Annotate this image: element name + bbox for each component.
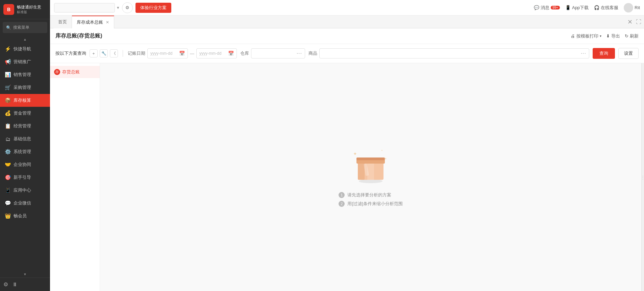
messages-button[interactable]: 💬 消息 99+ bbox=[534, 5, 560, 11]
warehouse-selector[interactable]: ··· bbox=[251, 48, 305, 58]
sidebar-item-system[interactable]: ⚙️ 系统管理 bbox=[0, 145, 50, 158]
expand-icon[interactable]: ⛶ bbox=[636, 19, 641, 25]
gear-icon: ⚙ bbox=[125, 5, 129, 10]
svg-text:✦: ✦ bbox=[381, 149, 383, 152]
query-button[interactable]: 查询 bbox=[593, 48, 615, 59]
top-search-input[interactable] bbox=[54, 3, 115, 13]
audio-icon[interactable]: ⏸ bbox=[12, 282, 18, 288]
inventory-icon: 📦 bbox=[5, 97, 11, 103]
tab-inventory-cost[interactable]: 库存成本总账 ✕ bbox=[72, 16, 114, 28]
industry-solution-button[interactable]: 体验行业方案 bbox=[135, 3, 171, 13]
hint-num-1: 1 bbox=[339, 192, 345, 198]
sidebar-item-finance[interactable]: 💰 资金管理 bbox=[0, 107, 50, 120]
basic-icon: 🗂 bbox=[5, 136, 11, 142]
search-icon: 🔍 bbox=[6, 25, 11, 30]
right-resize-handle[interactable]: ⋮ bbox=[641, 63, 644, 291]
scroll-down-arrow[interactable]: ▼ bbox=[0, 271, 50, 277]
app-download-button[interactable]: 📱 App下载 bbox=[565, 5, 589, 11]
user-profile[interactable]: Rit bbox=[624, 3, 640, 13]
refresh-button[interactable]: ↻ 刷新 bbox=[625, 33, 639, 39]
product-more-icon: ··· bbox=[581, 50, 586, 56]
svg-text:✦: ✦ bbox=[353, 151, 357, 156]
date-filter-group: 记账日期 yyyy-mm-dd 📅 — yyyy-mm-dd 📅 bbox=[128, 48, 237, 58]
collab-icon: 🤝 bbox=[5, 162, 11, 168]
date-start-input[interactable]: yyyy-mm-dd 📅 bbox=[147, 48, 188, 58]
scheme-item-inventory-ledger[interactable]: 存 存货总账 bbox=[50, 66, 100, 78]
product-selector[interactable]: ··· bbox=[319, 48, 589, 58]
product-label: 商品 bbox=[308, 50, 317, 56]
tab-close-icon[interactable]: ✕ bbox=[106, 20, 109, 25]
warehouse-more-icon: ··· bbox=[297, 50, 302, 56]
calendar-end-icon[interactable]: 📅 bbox=[228, 51, 234, 56]
dropdown-arrow-icon[interactable]: ▾ bbox=[117, 5, 119, 10]
main-area: ▾ ⚙ 体验行业方案 💬 消息 99+ 📱 App下载 🎧 在线客服 bbox=[50, 0, 644, 291]
sidebar: B 畅捷通好生意 标准版 🔍 搜索菜单 ▲ ⚡ 快捷导航 📢 营销推广 📊 销售… bbox=[0, 0, 50, 291]
content-body: 存 存货总账 bbox=[50, 63, 644, 291]
printer-icon: 🖨 bbox=[571, 33, 575, 39]
settings-button[interactable]: 设置 bbox=[618, 48, 639, 59]
quick-nav-icon: ⚡ bbox=[5, 46, 11, 52]
empty-state: ✦ ✦ ✦ 1 请先选择要分析的方案 2 用[过滤]条件来缩小分析范围 bbox=[339, 145, 402, 210]
settings-bottom-icon[interactable]: ⚙ bbox=[3, 281, 8, 288]
empty-hints: 1 请先选择要分析的方案 2 用[过滤]条件来缩小分析范围 bbox=[339, 192, 402, 207]
product-filter-group: 商品 ··· bbox=[308, 48, 589, 58]
top-bar-left: ▾ ⚙ 体验行业方案 bbox=[54, 2, 530, 13]
data-area: ✦ ✦ ✦ 1 请先选择要分析的方案 2 用[过滤]条件来缩小分析范围 bbox=[100, 63, 641, 291]
sidebar-item-guide[interactable]: 🎯 新手引导 bbox=[0, 171, 50, 184]
vip-icon: 👑 bbox=[5, 213, 11, 219]
purchase-icon: 🛒 bbox=[5, 84, 11, 91]
warehouse-label: 仓库 bbox=[240, 50, 249, 56]
add-scheme-button[interactable]: ＋ bbox=[90, 49, 98, 57]
top-search-area: ▾ bbox=[54, 3, 119, 13]
system-icon: ⚙️ bbox=[5, 149, 11, 155]
sidebar-item-vip[interactable]: 👑 畅会员 bbox=[0, 210, 50, 222]
sidebar-bottom: ⚙ ⏸ bbox=[0, 277, 50, 291]
sidebar-item-collab[interactable]: 🤝 企业协同 bbox=[0, 158, 50, 171]
export-icon: ⬇ bbox=[606, 33, 610, 39]
top-bar: ▾ ⚙ 体验行业方案 💬 消息 99+ 📱 App下载 🎧 在线客服 bbox=[50, 0, 644, 16]
sidebar-item-app-center[interactable]: 📱 应用中心 bbox=[0, 184, 50, 197]
content-header: 库存总账(存货总账) 🖨 按模板打印 ▾ ⬇ 导出 ↻ 刷新 bbox=[50, 28, 644, 44]
sidebar-item-sales[interactable]: 📊 销售管理 bbox=[0, 68, 50, 81]
filter-scheme-actions: ＋ 🔧 《 bbox=[90, 49, 118, 57]
print-button[interactable]: 🖨 按模板打印 ▾ bbox=[571, 33, 601, 39]
filter-divider bbox=[123, 50, 123, 57]
scheme-item-icon: 存 bbox=[54, 69, 60, 75]
sidebar-search[interactable]: 🔍 搜索菜单 bbox=[3, 22, 47, 33]
app-name: 畅捷通好生意 标准版 bbox=[17, 5, 41, 15]
sidebar-item-inventory[interactable]: 📦 库存核算 bbox=[0, 94, 50, 107]
finance-icon: 💰 bbox=[5, 110, 11, 116]
online-service-button[interactable]: 🎧 在线客服 bbox=[594, 5, 618, 11]
filter-row: 记账日期 yyyy-mm-dd 📅 — yyyy-mm-dd 📅 仓库 ··· bbox=[128, 48, 589, 58]
hint-item-1: 1 请先选择要分析的方案 bbox=[339, 192, 402, 198]
phone-icon: 📱 bbox=[565, 5, 571, 10]
refresh-icon: ↻ bbox=[625, 33, 628, 39]
date-end-input[interactable]: yyyy-mm-dd 📅 bbox=[196, 48, 237, 58]
tabs-bar: 首页 库存成本总账 ✕ ✕ ⛶ bbox=[50, 16, 644, 28]
empty-box-svg: ✦ ✦ ✦ bbox=[350, 145, 391, 185]
sidebar-item-basic[interactable]: 🗂 基础信息 bbox=[0, 132, 50, 145]
manage-scheme-button[interactable]: 🔧 bbox=[100, 49, 108, 57]
svg-text:✦: ✦ bbox=[384, 157, 387, 161]
app-center-icon: 📱 bbox=[5, 187, 11, 193]
svg-rect-3 bbox=[367, 162, 374, 180]
export-button[interactable]: ⬇ 导出 bbox=[606, 33, 620, 39]
sidebar-item-purchase[interactable]: 🛒 采购管理 bbox=[0, 81, 50, 94]
page-title: 库存总账(存货总账) bbox=[55, 32, 102, 40]
hint-item-2: 2 用[过滤]条件来缩小分析范围 bbox=[339, 201, 402, 207]
header-actions: 🖨 按模板打印 ▾ ⬇ 导出 ↻ 刷新 bbox=[571, 33, 639, 39]
sidebar-item-wechat[interactable]: 💬 企业微信 bbox=[0, 197, 50, 210]
svg-rect-2 bbox=[358, 162, 365, 180]
gear-button[interactable]: ⚙ bbox=[122, 2, 133, 13]
sidebar-item-operations[interactable]: 📋 经营管理 bbox=[0, 120, 50, 132]
close-panel-button[interactable]: ✕ bbox=[626, 17, 634, 27]
date-separator: — bbox=[190, 51, 194, 56]
calendar-start-icon[interactable]: 📅 bbox=[179, 51, 185, 56]
sidebar-item-marketing[interactable]: 📢 营销推广 bbox=[0, 55, 50, 68]
warehouse-filter-group: 仓库 ··· bbox=[240, 48, 305, 58]
scroll-up-arrow[interactable]: ▲ bbox=[0, 36, 50, 43]
sidebar-item-quick-nav[interactable]: ⚡ 快捷导航 bbox=[0, 43, 50, 55]
tab-home[interactable]: 首页 bbox=[53, 16, 72, 28]
collapse-filter-button[interactable]: 《 bbox=[110, 49, 118, 57]
marketing-icon: 📢 bbox=[5, 59, 11, 65]
